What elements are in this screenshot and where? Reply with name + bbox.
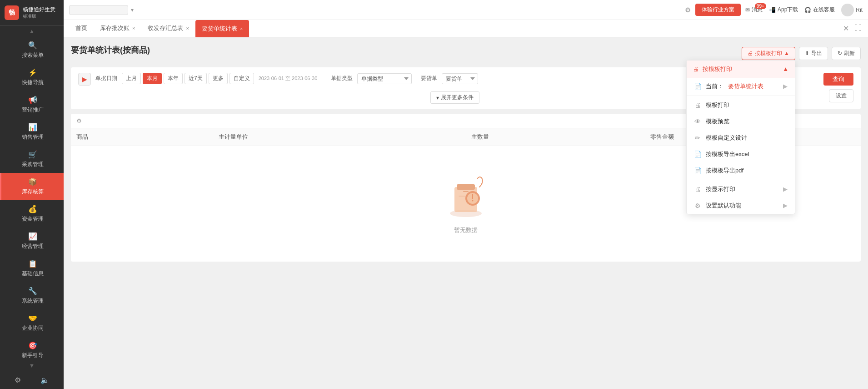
topbar-gear-icon[interactable]: ⚙	[685, 6, 691, 14]
online-service-btn[interactable]: 🎧 在线客服	[804, 6, 835, 14]
sidebar-item-marketing[interactable]: 📢 营销推广	[0, 91, 64, 118]
divider-1	[687, 96, 795, 96]
tab-bar: 首页 库存批次账 × 收发存汇总表 × 要货单统计表 × ✕ ⛶	[64, 20, 868, 37]
pdf-icon: 📄	[694, 167, 701, 174]
dropdown-default-func[interactable]: ⚙ 设置默认功能 ▶	[687, 197, 795, 214]
refresh-button[interactable]: ↻ 刷新	[832, 47, 861, 60]
sidebar-scroll-down[interactable]: ▼	[0, 360, 64, 371]
more-dates-label: 更多	[213, 75, 224, 81]
date-btn-custom[interactable]: 自定义	[229, 73, 254, 84]
dropdown-template-print-label: 模板打印	[706, 101, 729, 109]
sidebar-item-system[interactable]: 🔧 系统管理	[0, 282, 64, 309]
dropdown-template-custom-label: 模板自定义设计	[706, 134, 747, 142]
col-product-label: 商品	[76, 133, 88, 140]
dropdown-export-pdf[interactable]: 📄 按模板导出pdf	[687, 162, 795, 179]
current-template-name: 要货单统计表	[728, 82, 763, 91]
tab-maximize-icon[interactable]: ⛶	[853, 23, 863, 34]
sidebar-item-collab[interactable]: 🤝 企业协同	[0, 309, 64, 337]
sidebar-item-basic[interactable]: 📋 基础信息	[0, 255, 64, 282]
display-print-arrow: ▶	[783, 186, 788, 192]
chevron-down-icon: ▾	[436, 95, 439, 101]
dropdown-display-print-label: 按显示打印	[706, 185, 735, 193]
empty-text: 暂无数据	[454, 226, 478, 234]
sidebar-item-finance[interactable]: 💰 资金管理	[0, 200, 64, 227]
display-print-icon: 🖨	[694, 186, 701, 193]
order-category-select[interactable]: 要货单	[442, 73, 478, 84]
sidebar-item-sales[interactable]: 📊 销售管理	[0, 118, 64, 146]
tab-order-stats[interactable]: 要货单统计表 ×	[195, 20, 249, 37]
dropdown-template-custom[interactable]: ✏ 模板自定义设计	[687, 130, 795, 146]
sidebar-footer: ⚙ 🔈	[0, 371, 64, 389]
sidebar-nav: 🔍 搜索菜单 ⚡ 快捷导航 📢 营销推广 📊 销售管理 🛒 采购管理 📦 库存核…	[0, 36, 64, 360]
date-btn-7days[interactable]: 近7天	[185, 73, 207, 84]
dropdown-export-excel-label: 按模板导出excel	[706, 150, 749, 158]
tab-batch-account-close[interactable]: ×	[132, 25, 135, 31]
date-btn-more[interactable]: 更多	[209, 73, 228, 84]
default-func-icon: ⚙	[694, 202, 701, 209]
message-badge: 99+	[755, 3, 766, 9]
order-type-select[interactable]: 单据类型	[357, 73, 412, 84]
sidebar-item-quick-nav[interactable]: ⚡ 快捷导航	[0, 64, 64, 91]
breadcrumb-chevron[interactable]: ▾	[131, 7, 134, 13]
col-product: 商品	[71, 128, 213, 146]
filter-expand-button[interactable]: ▶	[78, 73, 91, 86]
sidebar-item-purchase[interactable]: 🛒 采购管理	[0, 146, 64, 173]
tab-collection-label: 收发存汇总表	[148, 24, 183, 32]
tab-collection-close[interactable]: ×	[186, 25, 189, 31]
tab-close-all-icon[interactable]: ✕	[842, 23, 850, 34]
basic-icon: 📋	[28, 259, 37, 268]
dropdown-current-template[interactable]: 📄 当前： 要货单统计表 ▶	[687, 78, 795, 95]
setting-button[interactable]: 设置	[829, 89, 853, 102]
preview-icon: 👁	[694, 118, 701, 125]
dropdown-display-print[interactable]: 🖨 按显示打印 ▶	[687, 181, 795, 197]
dropdown-export-excel[interactable]: 📄 按模板导出excel	[687, 146, 795, 162]
export-icon: ⬆	[805, 50, 809, 56]
sidebar-item-label: 经营管理	[22, 242, 44, 250]
dropdown-template-print[interactable]: 🖨 模板打印	[687, 97, 795, 113]
dropdown-close-icon[interactable]: ▲	[783, 66, 788, 72]
query-button[interactable]: 查询	[823, 73, 853, 86]
logo-icon: 畅	[5, 5, 19, 20]
7days-label: 近7天	[189, 75, 203, 81]
tab-collection-summary[interactable]: 收发存汇总表 ×	[141, 20, 195, 37]
breadcrumb-area: ▾	[69, 5, 680, 15]
tab-order-stats-close[interactable]: ×	[240, 26, 243, 31]
date-btn-this-year[interactable]: 本年	[164, 73, 183, 84]
trial-button[interactable]: 体验行业方案	[695, 4, 741, 16]
app-download-btn[interactable]: 📲 App下载	[769, 6, 798, 14]
sidebar-item-inventory[interactable]: 📦 库存核算	[0, 173, 64, 200]
last-month-label: 上月	[126, 75, 137, 81]
date-btn-this-month[interactable]: 本月	[143, 73, 162, 84]
user-area[interactable]: Rit	[841, 4, 863, 16]
dropdown-header: 🖨 按模板打印 ▲	[687, 61, 795, 78]
logo-sub: 标准版	[23, 13, 55, 20]
sidebar-item-search[interactable]: 🔍 搜索菜单	[0, 36, 64, 64]
sidebar-item-label: 新手引导	[22, 352, 44, 359]
svg-rect-2	[457, 184, 475, 190]
avatar	[841, 4, 854, 16]
logo-char: 畅	[9, 9, 15, 17]
breadcrumb-input[interactable]	[69, 5, 128, 15]
template-print-wrapper: 🖨 按模板打印 ▲ 🖨 按模板打印 ▲	[742, 47, 795, 60]
dropdown-template-preview[interactable]: 👁 模板预览	[687, 113, 795, 130]
sidebar-item-label: 库存核算	[22, 188, 44, 196]
current-template-label: 当前：	[706, 82, 723, 91]
search-icon: 🔍	[28, 41, 37, 50]
tab-batch-account[interactable]: 库存批次账 ×	[94, 20, 141, 37]
template-print-button[interactable]: 🖨 按模板打印 ▲	[742, 47, 795, 60]
message-btn[interactable]: ✉ 消息 99+	[745, 6, 763, 14]
tab-home[interactable]: 首页	[69, 20, 94, 37]
settings-footer-icon[interactable]: ⚙	[15, 376, 21, 384]
sidebar-item-label: 资金管理	[22, 215, 44, 223]
date-range-display: 2023-06-01 至 2023-06-30	[259, 75, 318, 82]
date-btn-last-month[interactable]: 上月	[122, 73, 141, 84]
sidebar-item-operations[interactable]: 📈 经营管理	[0, 227, 64, 255]
user-name: Rit	[856, 7, 863, 13]
table-settings-icon[interactable]: ⚙	[76, 117, 82, 124]
expand-filters-button[interactable]: ▾ 展开更多条件	[430, 91, 479, 104]
sidebar-item-guide[interactable]: 🎯 新手引导	[0, 337, 64, 360]
export-button[interactable]: ⬆ 导出	[799, 47, 828, 60]
sidebar-scroll-up[interactable]: ▲	[0, 26, 64, 36]
page-title: 要货单统计表(按商品)	[71, 45, 150, 56]
sound-footer-icon[interactable]: 🔈	[40, 376, 50, 384]
